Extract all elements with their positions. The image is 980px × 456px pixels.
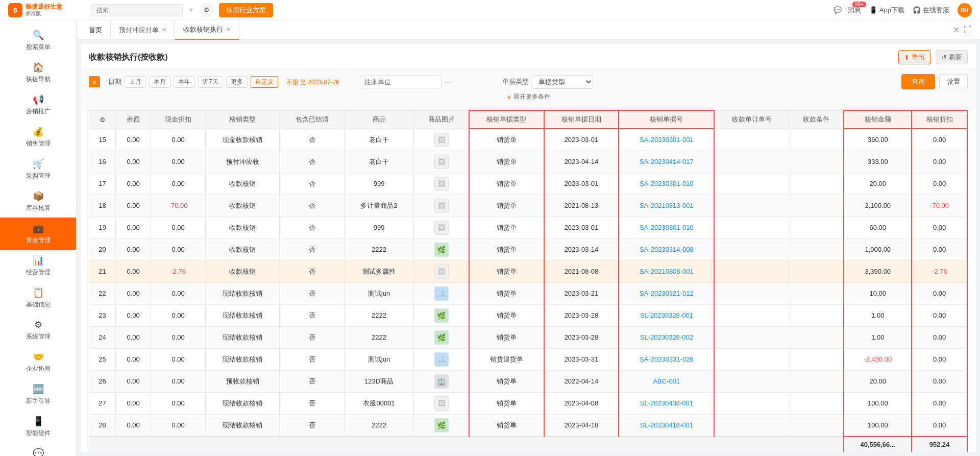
search-input[interactable]	[91, 4, 183, 16]
cell-receipt-order-no	[714, 151, 789, 173]
sidebar-item-operations[interactable]: 📊 经营管理	[0, 250, 76, 282]
bill-no-link[interactable]: SA-20230321-012	[640, 290, 694, 297]
bill-no-link[interactable]: SL-20230408-001	[640, 399, 693, 407]
table-body: 15 0.00 0.00 现金收款核销 否 老白干 🖼 销货单 2023-03-…	[89, 129, 968, 437]
sidebar-item-enterprise[interactable]: 🤝 企业协同	[0, 346, 76, 378]
sidebar-item-inventory[interactable]: 📦 库存核算	[0, 185, 76, 218]
advance-tab-label: 预付冲应付单	[119, 26, 159, 35]
bill-no-link[interactable]: SA-20230301-010	[640, 224, 694, 231]
receipt-tab-close[interactable]: ✕	[226, 26, 231, 33]
date-filter-label: 日期	[108, 77, 121, 86]
filter-expand-btn[interactable]: »	[89, 76, 100, 87]
bill-no-link[interactable]: ABC-001	[653, 377, 680, 385]
cell-writeoff-amount: -2,430.00	[844, 348, 912, 370]
sidebar-item-sales[interactable]: 💰 销售管理	[0, 121, 76, 153]
bill-no-link[interactable]: SA-20210808-001	[640, 268, 694, 275]
refresh-button[interactable]: ↺ 刷新	[936, 50, 968, 64]
cell-balance: 0.00	[116, 414, 151, 437]
cell-cash-discount: 0.00	[151, 129, 206, 151]
cell-bill-type: 销货单	[469, 370, 544, 392]
cell-receipt-condition	[789, 129, 844, 151]
bill-no-link[interactable]: SL-20230418-001	[640, 421, 693, 429]
settings-button[interactable]: 设置	[939, 74, 968, 89]
cell-writeoff-amount: 10.00	[844, 282, 912, 304]
bill-type-label: 单据类型	[502, 77, 529, 86]
sidebar-item-marketing[interactable]: 📢 营销推广	[0, 89, 76, 121]
cell-cash-discount: 0.00	[151, 304, 206, 326]
sidebar-label-guide: 新手引导	[26, 397, 51, 405]
sidebar-item-purchase[interactable]: 🛒 采购管理	[0, 153, 76, 185]
bill-no-link[interactable]: SA-20230301-010	[640, 180, 694, 187]
cell-writeoff-type: 收款核销	[206, 260, 280, 282]
cell-receipt-condition	[789, 195, 844, 217]
bill-no-link[interactable]: SA-20230414-017	[640, 158, 694, 165]
sidebar-item-quick-nav[interactable]: 🏠 快捷导航	[0, 57, 76, 89]
cell-writeoff-type: 预收款核销	[206, 370, 280, 392]
cell-writeoff-type: 现结收款核销	[206, 392, 280, 414]
export-button[interactable]: ⬆ 导出	[898, 50, 930, 64]
goods-img: 🏞	[434, 286, 449, 301]
bill-type-select[interactable]: 单据类型	[532, 75, 593, 89]
refresh-icon: ↺	[941, 54, 947, 61]
sidebar-item-wechat[interactable]: 💬 企业微信	[0, 443, 76, 456]
cell-writeoff-type: 现金收款核销	[206, 129, 280, 151]
advance-tab-close[interactable]: ✕	[162, 27, 166, 33]
date-btn-custom[interactable]: 自定义	[251, 76, 278, 88]
solution-button[interactable]: 休假行业方案	[219, 3, 273, 17]
expand-window-icon[interactable]: ⛶	[964, 26, 972, 35]
sidebar-item-finance[interactable]: 💼 资金管理	[0, 218, 76, 250]
app-download-link[interactable]: 📱 App下载	[869, 6, 904, 15]
cell-goods-img: 🏢	[414, 370, 469, 392]
online-service-link[interactable]: 🎧 在线客服	[913, 6, 949, 15]
cell-receipt-condition	[789, 151, 844, 173]
cell-bill-no: SA-20230414-017	[619, 151, 714, 173]
sidebar-item-system[interactable]: ⚙ 系统管理	[0, 314, 76, 346]
date-btn-7days[interactable]: 近7天	[198, 76, 223, 88]
bill-no-link[interactable]: SA-20210813-001	[640, 202, 694, 209]
cell-no: 19	[89, 217, 116, 238]
cell-goods-img: 🏞	[414, 282, 469, 304]
sidebar-label-finance: 资金管理	[26, 236, 51, 245]
bill-no-link[interactable]: SA-20230314-008	[640, 246, 694, 253]
sidebar-item-hardware[interactable]: 📱 智能硬件	[0, 411, 76, 443]
messages-icon-wrapper[interactable]: 💬 99+ 消息	[834, 6, 861, 15]
tab-home[interactable]: 首页	[81, 20, 111, 40]
gear-button[interactable]: ⚙	[200, 3, 214, 17]
tab-receipt[interactable]: 收款核销执行 ✕	[175, 20, 239, 40]
bill-no-link[interactable]: SL-20230328-002	[640, 333, 693, 341]
user-avatar[interactable]: Rit	[958, 3, 972, 17]
partner-input[interactable]	[360, 76, 442, 88]
cell-bill-no: SA-20230301-001	[619, 129, 714, 151]
th-settings[interactable]: ⚙	[89, 110, 116, 129]
goods-img: 🏞	[434, 352, 449, 367]
date-btn-more[interactable]: 更多	[226, 76, 248, 88]
cell-cash-discount: 0.00	[151, 238, 206, 260]
date-btn-this-month[interactable]: 本月	[149, 76, 170, 88]
tab-advance[interactable]: 预付冲应付单 ✕	[111, 20, 175, 40]
date-btn-last-month[interactable]: 上月	[125, 76, 146, 88]
cell-no: 17	[89, 173, 116, 195]
nav-dropdown[interactable]: ▼	[188, 6, 194, 14]
bill-no-link[interactable]: SL-20230328-001	[640, 311, 693, 319]
cell-include-cleared: 否	[280, 326, 344, 348]
sidebar-item-search[interactable]: 🔍 搜索菜单	[0, 25, 76, 57]
cell-writeoff-amount: 20.00	[844, 370, 912, 392]
sidebar-item-base[interactable]: 📋 基础信息	[0, 282, 76, 314]
bill-no-link[interactable]: SA-20230331-026	[640, 355, 694, 363]
bill-no-link[interactable]: SA-20230301-001	[640, 136, 694, 143]
close-window-icon[interactable]: ✕	[953, 25, 960, 35]
date-btn-this-year[interactable]: 本年	[174, 76, 195, 88]
sidebar-item-guide[interactable]: 🆕 新手引导	[0, 378, 76, 411]
expand-more-btn[interactable]: ∨ 展开更多条件	[89, 92, 968, 101]
cell-writeoff-discount: 0.00	[912, 304, 967, 326]
cell-bill-date: 2023-04-14	[544, 151, 619, 173]
cell-no: 20	[89, 238, 116, 260]
cell-bill-date: 2021-08-08	[544, 260, 619, 282]
cell-include-cleared: 否	[280, 304, 344, 326]
cell-bill-type: 销货单	[469, 326, 544, 348]
sidebar-label-hardware: 智能硬件	[26, 429, 51, 438]
cell-writeoff-amount: 360.00	[844, 129, 912, 151]
query-button[interactable]: 查询	[901, 74, 935, 89]
chevron-down-icon: ▼	[188, 6, 194, 14]
sidebar-icon-search: 🔍	[33, 30, 44, 41]
